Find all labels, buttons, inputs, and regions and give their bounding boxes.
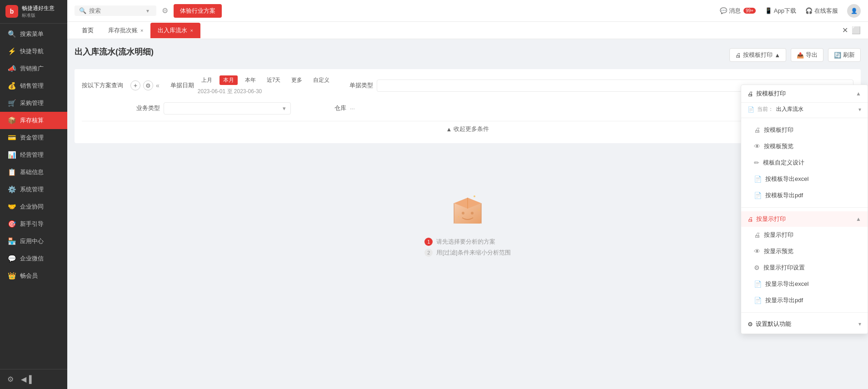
dropdown-item-display-print[interactable]: 🖨 按显示打印 — [741, 227, 868, 243]
print-chevron-icon: ▲ — [774, 52, 780, 59]
svg-point-5 — [474, 195, 475, 197]
sales-icon: 💰 — [7, 82, 16, 90]
window-close-icon[interactable]: ✕ — [842, 26, 848, 35]
online-service-button[interactable]: 🎧 在线客服 — [805, 7, 838, 15]
dropdown-item-display-settings[interactable]: ⚙ 按显示打印设置 — [741, 259, 868, 276]
filter-setting-button[interactable]: ⚙ — [143, 80, 153, 90]
date-tab-more[interactable]: 更多 — [288, 75, 306, 85]
sidebar-item-sales[interactable]: 💰 销售管理 — [0, 77, 67, 95]
display-print-icon: 🖨 — [754, 231, 760, 239]
dropdown-item-template-design[interactable]: ✏ 模板自定义设计 — [741, 155, 868, 171]
online-service-label: 在线客服 — [814, 7, 838, 15]
app-download-button[interactable]: 📱 App下载 — [765, 7, 796, 15]
app-logo-icon: b — [5, 5, 18, 18]
sidebar-item-purchase[interactable]: 🛒 采购管理 — [0, 95, 67, 112]
sidebar-item-collab[interactable]: 🤝 企业协同 — [0, 198, 67, 215]
display-section-arrow-icon: ▲ — [856, 216, 861, 222]
print-template-button[interactable]: 🖨 按模板打印 ▲ — [729, 48, 786, 62]
tab-flow[interactable]: 出入库流水 × — [150, 23, 200, 38]
svg-point-9 — [471, 212, 474, 214]
window-maximize-icon[interactable]: ⬜ — [852, 26, 861, 35]
dropdown-item-display-preview[interactable]: 👁 按显示预览 — [741, 243, 868, 259]
date-tab-last-month[interactable]: 上月 — [198, 75, 216, 85]
refresh-icon: 🔄 — [834, 52, 841, 59]
display-settings-label: 按显示打印设置 — [763, 264, 805, 272]
collapse-more-button[interactable]: ▲ 收起更多条件 — [82, 121, 853, 137]
tab-flow-close-icon[interactable]: × — [190, 28, 193, 33]
sidebar-item-marketing[interactable]: 📣 营销推广 — [0, 60, 67, 77]
template-pdf-icon: 📄 — [754, 192, 762, 199]
dropdown-item-display-excel[interactable]: 📄 按显示导出excel — [741, 276, 868, 292]
dropdown-close-icon[interactable]: ▲ — [856, 90, 861, 97]
step-2-text: 用[过滤]条件来缩小分析范围 — [436, 249, 510, 257]
user-avatar[interactable]: 👤 — [847, 4, 861, 18]
tab-batch-account-close-icon[interactable]: × — [140, 28, 143, 33]
date-tab-7days[interactable]: 近7天 — [263, 75, 284, 85]
topbar-gear-icon[interactable]: ⚙ — [162, 6, 168, 15]
sidebar-item-basic[interactable]: 📋 基础信息 — [0, 164, 67, 181]
sidebar-item-search[interactable]: 🔍 搜索菜单 — [0, 25, 67, 43]
date-tab-custom[interactable]: 自定义 — [309, 75, 333, 85]
sidebar-item-quick-nav[interactable]: ⚡ 快捷导航 — [0, 43, 67, 60]
refresh-button[interactable]: 🔄 刷新 — [828, 48, 861, 62]
dropdown-print-icon: 🖨 — [748, 90, 753, 97]
date-tab-current-month[interactable]: 本月 — [219, 75, 238, 85]
current-value: 出入库流水 — [776, 105, 803, 113]
dropdown-item-template-print[interactable]: 🖨 按模板打印 — [741, 122, 868, 138]
sidebar-item-guide-label: 新手引导 — [20, 220, 44, 228]
page-header-actions: 🖨 按模板打印 ▲ 📤 导出 🔄 刷新 — [729, 48, 861, 62]
industry-solution-button[interactable]: 体验行业方案 — [174, 4, 222, 18]
tab-batch-account[interactable]: 库存批次账 × — [101, 23, 150, 38]
tab-home[interactable]: 首页 — [75, 23, 101, 38]
sidebar-item-app-center[interactable]: 🏪 应用中心 — [0, 233, 67, 250]
tab-flow-label: 出入库流水 — [158, 26, 187, 35]
page-content: 出入库流水(流水明细) 🖨 按模板打印 ▲ 📤 导出 🔄 刷新 — [67, 39, 868, 389]
message-badge: 99+ — [743, 8, 756, 14]
sidebar-item-finance[interactable]: 💳 资金管理 — [0, 129, 67, 146]
display-print-label: 按显示打印 — [764, 231, 793, 239]
date-tabs: 上月 本月 本年 近7天 更多 自定义 — [198, 75, 334, 85]
sidebar-settings-icon[interactable]: ⚙ — [7, 375, 14, 384]
sidebar-item-system[interactable]: ⚙️ 系统管理 — [0, 181, 67, 198]
sidebar-item-operation[interactable]: 📊 经营管理 — [0, 146, 67, 164]
topbar-search-box[interactable]: 🔍 ▾ — [75, 5, 156, 16]
print-icon: 🖨 — [735, 52, 741, 59]
warehouse-select[interactable]: ··· — [350, 103, 745, 114]
dropdown-item-display-pdf[interactable]: 📄 按显示导出pdf — [741, 292, 868, 309]
display-pdf-icon: 📄 — [754, 297, 762, 304]
set-default-button[interactable]: ⚙ 设置默认功能 ▾ — [741, 316, 868, 332]
warehouse-placeholder: ··· — [350, 105, 355, 112]
sidebar-item-wechat[interactable]: 💬 企业微信 — [0, 250, 67, 267]
business-type-select[interactable]: ▾ — [164, 102, 291, 115]
sidebar-item-inventory[interactable]: 📦 库存核算 — [0, 112, 67, 129]
dropdown-item-template-excel[interactable]: 📄 按模板导出excel — [741, 171, 868, 187]
date-tab-this-year[interactable]: 本年 — [241, 75, 259, 85]
filter-collapse-button[interactable]: « — [156, 82, 160, 89]
date-filter: 上月 本月 本年 近7天 更多 自定义 2023-06-01 至 2023-06… — [198, 75, 334, 95]
sidebar-item-system-label: 系统管理 — [20, 185, 44, 194]
sidebar-item-search-label: 搜索菜单 — [20, 30, 44, 38]
print-dropdown-panel: 🖨 按模板打印 ▲ 📄 当前： 出入库流水 ▾ 🖨 按模板打印 — [741, 85, 868, 334]
dropdown-item-template-preview[interactable]: 👁 按模板预览 — [741, 138, 868, 155]
template-preview-icon: 👁 — [754, 143, 760, 150]
sidebar-item-member[interactable]: 👑 畅会员 — [0, 267, 67, 284]
page-header-row: 出入库流水(流水明细) 🖨 按模板打印 ▲ 📤 导出 🔄 刷新 — [75, 46, 861, 64]
operation-icon: 📊 — [7, 151, 16, 159]
step-1-text: 请先选择要分析的方案 — [436, 238, 495, 246]
dropdown-item-template-pdf[interactable]: 📄 按模板导出pdf — [741, 187, 868, 204]
topbar-search-input[interactable] — [89, 7, 144, 14]
set-default-label: 设置默认功能 — [756, 320, 791, 328]
guide-icon: 🎯 — [7, 220, 16, 228]
export-button[interactable]: 📤 导出 — [791, 48, 823, 62]
tabs-bar: 首页 库存批次账 × 出入库流水 × ✕ ⬜ — [67, 22, 868, 39]
message-label: 消息 — [729, 7, 741, 15]
display-print-section-title[interactable]: 🖨 按显示打印 ▲ — [741, 211, 868, 227]
message-button[interactable]: 💬 消息 99+ — [720, 7, 756, 15]
headset-icon: 🎧 — [805, 7, 813, 14]
display-settings-icon: ⚙ — [754, 264, 760, 271]
template-excel-label: 按模板导出excel — [765, 175, 808, 183]
filter-add-button[interactable]: + — [130, 80, 140, 90]
sidebar-collapse-icon[interactable]: ◀▐ — [21, 375, 31, 384]
chevron-up-icon: ▲ — [446, 126, 452, 133]
sidebar-item-guide[interactable]: 🎯 新手引导 — [0, 215, 67, 233]
